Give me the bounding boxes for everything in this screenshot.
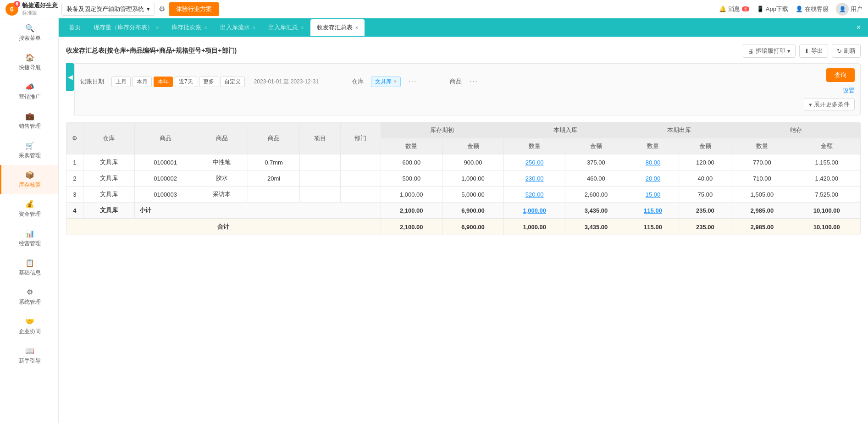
- th-dept: 部门: [340, 122, 381, 154]
- cell-out-qty[interactable]: 15.00: [627, 187, 679, 203]
- cell-in-amt: 375.00: [565, 154, 627, 170]
- subtotal-balance-qty: 2,985.00: [731, 203, 793, 219]
- system-selector[interactable]: 装备及固定资产辅助管理系统 ▾: [61, 3, 155, 16]
- expand-conditions-button[interactable]: ▾ 展开更多条件: [804, 99, 855, 110]
- tab-flow[interactable]: 出入库流水 ×: [214, 19, 262, 36]
- cell-out-qty[interactable]: 20.00: [627, 170, 679, 187]
- date-label: 记账日期: [80, 77, 104, 86]
- th-group-opening: 库存期初: [381, 122, 503, 138]
- refresh-button[interactable]: ↻ 刷新: [832, 44, 861, 58]
- cell-no: 2: [66, 170, 83, 187]
- chevron-down-icon: ▾: [147, 5, 150, 12]
- th-out-amt: 金额: [679, 138, 731, 154]
- table-row: 2 文具库 0100002 胶水 20ml 500.00 1,000.00 23…: [66, 170, 860, 187]
- tab-close-stock-dist[interactable]: ×: [156, 25, 159, 30]
- tab-stock-dist[interactable]: 现存量（库存分布表） ×: [87, 19, 165, 36]
- cell-warehouse: 文具库: [83, 170, 134, 187]
- tab-recv-send[interactable]: 收发存汇总表 ×: [310, 19, 365, 36]
- tab-summary[interactable]: 出入库汇总 ×: [262, 19, 310, 36]
- th-in-qty: 数量: [504, 138, 565, 154]
- user-menu-button[interactable]: 👤 用户: [836, 3, 862, 16]
- try-industry-button[interactable]: 体验行业方案: [169, 2, 219, 16]
- tab-bar-close-button[interactable]: ×: [853, 23, 864, 32]
- gear-icon[interactable]: ⚙: [159, 5, 165, 13]
- date-btn-last-month[interactable]: 上月: [111, 77, 131, 87]
- cell-out-qty[interactable]: 80.00: [627, 154, 679, 170]
- date-btn-more[interactable]: 更多: [199, 77, 218, 87]
- th-warehouse: 仓库: [83, 122, 134, 154]
- date-btn-custom[interactable]: 自定义: [220, 77, 245, 87]
- sidebar-item-inventory[interactable]: 📦 库存核算: [0, 165, 58, 194]
- date-btn-7days[interactable]: 近7天: [175, 77, 197, 87]
- print-button[interactable]: 🖨 拆镶版打印 ▾: [743, 44, 796, 58]
- query-button[interactable]: 查询: [826, 68, 855, 82]
- basic-icon: 📋: [25, 258, 34, 267]
- sidebar-item-sales[interactable]: 💼 销售管理: [0, 106, 58, 136]
- tab-close-summary[interactable]: ×: [301, 25, 304, 30]
- app-download-button[interactable]: 📱 App下载: [757, 5, 788, 13]
- tab-close-flow[interactable]: ×: [253, 25, 255, 30]
- warehouse-tag-close[interactable]: ×: [393, 78, 397, 85]
- sales-icon: 💼: [25, 112, 34, 121]
- bell-icon: 🔔: [719, 5, 726, 12]
- cell-dept: [340, 154, 381, 170]
- tab-close-recv-send[interactable]: ×: [355, 25, 358, 30]
- query-area: 查询 设置: [826, 68, 855, 95]
- cell-dept: [340, 187, 381, 203]
- cell-no: 3: [66, 187, 83, 203]
- search-icon: 🔍: [25, 24, 34, 33]
- chevron-print-icon: ▾: [787, 48, 791, 55]
- page-content: 收发存汇总表(按仓库+商品编码+商品+规格型号+项目+部门) 🖨 拆镶版打印 ▾…: [59, 37, 868, 423]
- export-button[interactable]: ⬇ 导出: [799, 44, 828, 58]
- sidebar-item-basic[interactable]: 📋 基础信息: [0, 253, 58, 282]
- cell-balance-amt: 7,525.00: [793, 187, 860, 203]
- sidebar-item-search[interactable]: 🔍 搜索菜单: [0, 18, 58, 48]
- inventory-icon: 📦: [25, 170, 34, 179]
- total-opening-qty: 2,100.00: [381, 219, 442, 235]
- chevron-expand-icon: ▾: [809, 101, 812, 108]
- total-out-qty: 115.00: [627, 219, 679, 235]
- cell-goods-code: 0100003: [134, 187, 196, 203]
- app-edition: 标准版: [22, 10, 58, 16]
- th-group-out: 本期出库: [627, 122, 731, 138]
- total-balance-amt: 10,100.00: [793, 219, 860, 235]
- filter-toggle[interactable]: ◀: [66, 63, 74, 91]
- sidebar-item-system[interactable]: ⚙ 系统管理: [0, 282, 58, 312]
- settings-link[interactable]: 设置: [843, 87, 855, 95]
- table-row: 3 文具库 0100003 采访本 1,000.00 5,000.00 520.…: [66, 187, 860, 203]
- notification-button[interactable]: 🔔 消息 6: [719, 5, 749, 13]
- warehouse-more-dots[interactable]: ···: [408, 77, 417, 86]
- online-service-button[interactable]: 👤 在线客服: [796, 5, 829, 13]
- filter-area: 记账日期 上月 本月 本年 近7天 更多 自定义 2023-01-01 至 20…: [74, 63, 861, 115]
- data-table: ⚙ 仓库 商品 商品 商品 项目 部门 库存期初 本期入库: [66, 122, 860, 235]
- tab-home[interactable]: 首页: [62, 19, 87, 36]
- cell-dept: [340, 170, 381, 187]
- tab-close-batch[interactable]: ×: [204, 25, 207, 30]
- cell-out-amt: 120.00: [679, 154, 731, 170]
- th-opening-amt: 金额: [442, 138, 503, 154]
- sidebar-item-guide[interactable]: 📖 新手引导: [0, 341, 58, 370]
- sidebar-item-enterprise[interactable]: 🤝 企业协同: [0, 312, 58, 341]
- cell-in-qty[interactable]: 520.00: [504, 187, 565, 203]
- table-settings-icon[interactable]: ⚙: [72, 135, 77, 142]
- sidebar-item-quick[interactable]: 🏠 快捷导航: [0, 48, 58, 77]
- date-btn-this-month[interactable]: 本月: [133, 77, 152, 87]
- sidebar-item-finance[interactable]: 💰 资金管理: [0, 194, 58, 224]
- goods-more-dots[interactable]: ···: [469, 77, 478, 86]
- sidebar-item-marketing[interactable]: 📣 营销推广: [0, 77, 58, 106]
- th-settings[interactable]: ⚙: [66, 122, 83, 154]
- subtotal-in-qty[interactable]: 1,000.00: [504, 203, 565, 219]
- cell-out-amt: 75.00: [679, 187, 731, 203]
- th-group-in: 本期入库: [504, 122, 627, 138]
- cell-warehouse: 文具库: [83, 154, 134, 170]
- th-group-balance: 结存: [731, 122, 860, 138]
- home-icon: 🏠: [25, 53, 34, 62]
- sidebar-item-operations[interactable]: 📊 经营管理: [0, 224, 58, 253]
- date-btn-this-year[interactable]: 本年: [154, 77, 173, 87]
- cell-in-qty[interactable]: 250.00: [504, 154, 565, 170]
- cell-opening-qty: 600.00: [381, 154, 442, 170]
- tab-batch[interactable]: 库存批次账 ×: [165, 19, 213, 36]
- cell-in-qty[interactable]: 230.00: [504, 170, 565, 187]
- sidebar-item-purchase[interactable]: 🛒 采购管理: [0, 136, 58, 165]
- subtotal-out-qty[interactable]: 115.00: [627, 203, 679, 219]
